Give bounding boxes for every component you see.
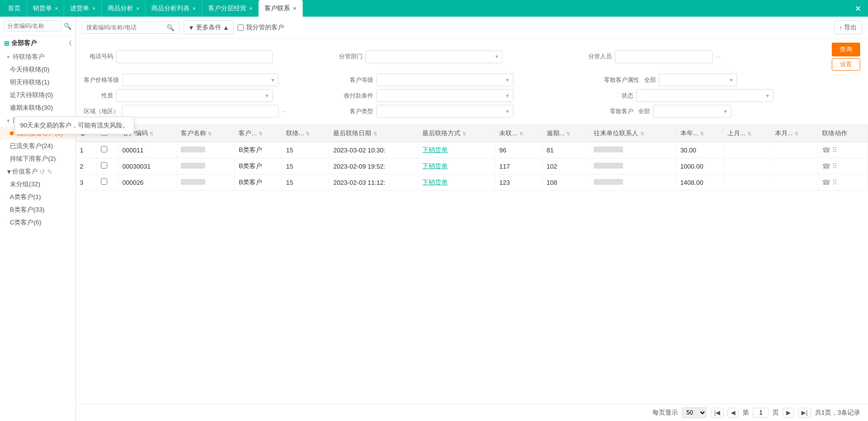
next-page-btn[interactable]: ▶ bbox=[783, 408, 794, 418]
per-page-select[interactable]: 50 100 bbox=[682, 407, 707, 418]
advanced-filter-panel: 电话号码 分管部门 ▼ 分管人员 ··· 查询 设置 bbox=[76, 39, 868, 125]
first-page-btn[interactable]: |◀ bbox=[711, 408, 723, 418]
cell-last-method[interactable]: 下销货单 bbox=[418, 174, 495, 191]
my-customers-checkbox[interactable] bbox=[238, 25, 244, 31]
filter-select-price-level[interactable]: ▼ bbox=[122, 74, 279, 86]
window-close-button[interactable]: ✕ bbox=[850, 4, 866, 13]
sidebar-item-churned[interactable]: 已流失客户(24) bbox=[0, 140, 75, 152]
sort-icon-method: ⇅ bbox=[462, 131, 466, 136]
cell-contacts bbox=[590, 158, 676, 174]
filter-select-manager[interactable] bbox=[615, 50, 713, 63]
sidebar-group-pending[interactable]: ▼ 待联络客户 bbox=[0, 50, 75, 63]
filter-select-status[interactable]: ▼ bbox=[636, 89, 773, 102]
tab-purchase-order[interactable]: 进货单 × bbox=[64, 0, 101, 17]
filter-select-payment[interactable]: ▼ bbox=[376, 89, 513, 102]
tab-sales-order[interactable]: 销货单 × bbox=[27, 0, 64, 17]
settings-button[interactable]: 设置 bbox=[832, 58, 860, 71]
tab-close-customer-contact[interactable]: × bbox=[293, 5, 296, 11]
filter-label-dept: 分管部门 bbox=[333, 52, 362, 61]
filter-label-phone: 电话号码 bbox=[84, 52, 113, 61]
tab-close-customer-segment[interactable]: × bbox=[249, 5, 252, 11]
contact-icon[interactable]: ☎ bbox=[822, 178, 830, 186]
sidebar-item-tomorrow-pending[interactable]: 明天待联络(1) bbox=[0, 76, 75, 89]
tab-customer-contact[interactable]: 客户联系 × bbox=[259, 0, 302, 17]
sort-icon-this-month: ⇅ bbox=[795, 131, 798, 136]
tab-customer-segment[interactable]: 客户分层经营 × bbox=[202, 0, 259, 17]
cell-checkbox[interactable] bbox=[96, 142, 118, 158]
more-conditions-btn[interactable]: ▼ 更多条件 ▲ bbox=[184, 21, 234, 34]
tab-bar: 首页 销货单 × 进货单 × 商品分析 × 商品分析列表 × 客户分层经营 × … bbox=[0, 0, 868, 17]
filter-select-customer-type[interactable]: ▼ bbox=[376, 105, 513, 118]
sidebar-item-class-c[interactable]: C类客户(6) bbox=[0, 216, 75, 229]
row-checkbox[interactable] bbox=[101, 162, 107, 169]
tab-close-product-analysis[interactable]: × bbox=[136, 5, 139, 11]
cell-last-method[interactable]: 下销货单 bbox=[418, 158, 495, 174]
refresh-icon[interactable]: ↺ bbox=[40, 168, 45, 175]
th-customer-level[interactable]: 客户... ⇅ bbox=[235, 125, 282, 142]
cell-checkbox[interactable] bbox=[96, 174, 118, 191]
cell-overdue: 102 bbox=[542, 158, 590, 174]
th-last-contact-method[interactable]: 最后联络方式 ⇅ bbox=[418, 125, 495, 142]
sidebar-item-declining[interactable]: 持续下滑客户(2) bbox=[0, 152, 75, 165]
main-search-input[interactable] bbox=[86, 24, 165, 31]
filter-select-region[interactable] bbox=[122, 105, 279, 118]
tab-product-analysis-list[interactable]: 商品分析列表 × bbox=[145, 0, 202, 17]
page-end-label: 页 bbox=[772, 408, 779, 417]
cell-last-month bbox=[723, 142, 771, 158]
th-name[interactable]: 客户名称 ⇅ bbox=[176, 125, 235, 142]
filter-select-gender[interactable]: ▼ bbox=[116, 89, 273, 102]
row-checkbox[interactable] bbox=[101, 146, 107, 152]
th-contacts[interactable]: 往来单位联系人 ⇅ bbox=[590, 125, 676, 142]
main-search-icon[interactable]: 🔍 bbox=[167, 24, 174, 31]
cell-name bbox=[176, 174, 235, 191]
cell-last-month bbox=[723, 158, 771, 174]
sidebar-item-class-a[interactable]: A类客户(1) bbox=[0, 191, 75, 203]
contact-icon[interactable]: ☎ bbox=[822, 162, 830, 170]
cell-this-month bbox=[771, 158, 818, 174]
tab-close-purchase-order[interactable]: × bbox=[92, 5, 95, 11]
tab-home[interactable]: 首页 bbox=[2, 0, 27, 17]
filter-select-customer-level[interactable]: ▼ bbox=[376, 74, 513, 86]
sidebar-item-today-pending[interactable]: 今天待联络(0) bbox=[0, 63, 75, 76]
all-customers-header[interactable]: ⊞ 全部客户 《 bbox=[0, 36, 75, 50]
more-action-icon[interactable]: ⠿ bbox=[832, 146, 837, 154]
grid-icon: ⊞ bbox=[4, 40, 9, 47]
th-last-month[interactable]: 上月... ⇅ bbox=[723, 125, 771, 142]
th-year-amount[interactable]: 本年... ⇅ bbox=[676, 125, 723, 142]
th-contact-count[interactable]: 联络... ⇅ bbox=[282, 125, 329, 142]
query-button[interactable]: 查询 bbox=[832, 43, 860, 56]
my-customers-checkbox-label[interactable]: 我分管的客户 bbox=[238, 23, 284, 32]
filter-select-dept[interactable]: ▼ bbox=[365, 50, 503, 63]
th-uncontacted[interactable]: 未联... ⇅ bbox=[495, 125, 543, 142]
cell-checkbox[interactable] bbox=[96, 158, 118, 174]
filter-select-zero-sale-attr[interactable]: ▼ bbox=[659, 74, 737, 86]
edit-icon[interactable]: ✎ bbox=[47, 168, 52, 175]
page-input[interactable] bbox=[753, 408, 769, 418]
filter-more-btn[interactable]: ··· bbox=[716, 53, 721, 60]
th-this-month[interactable]: 本月... ⇅ bbox=[771, 125, 818, 142]
query-settings-group: 查询 设置 bbox=[832, 43, 860, 71]
th-last-contact-date[interactable]: 最后联络日期 ⇅ bbox=[329, 125, 418, 142]
chevron-down-icon-2: ▼ bbox=[270, 77, 275, 83]
cell-name bbox=[176, 158, 235, 174]
last-page-btn[interactable]: ▶| bbox=[798, 408, 811, 418]
sidebar-search-input[interactable] bbox=[4, 21, 62, 31]
th-overdue[interactable]: 逾期... ⇅ bbox=[542, 125, 590, 142]
filter-input-phone[interactable] bbox=[116, 50, 273, 63]
prev-page-btn[interactable]: ◀ bbox=[727, 408, 739, 418]
filter-select-zero-customer[interactable]: ▼ bbox=[653, 105, 731, 118]
row-checkbox[interactable] bbox=[101, 178, 107, 185]
contact-icon[interactable]: ☎ bbox=[822, 146, 830, 154]
more-action-icon[interactable]: ⠿ bbox=[832, 178, 837, 186]
export-btn[interactable]: ↑ 导出 bbox=[834, 21, 863, 34]
more-action-icon[interactable]: ⠿ bbox=[832, 162, 837, 170]
tab-product-analysis[interactable]: 商品分析 × bbox=[102, 0, 145, 17]
sidebar-item-class-b[interactable]: B类客户(33) bbox=[0, 203, 75, 216]
sidebar-item-7days-pending[interactable]: 近7天待联络(0) bbox=[0, 89, 75, 101]
filter-region-more-btn[interactable]: ··· bbox=[282, 108, 287, 115]
tab-close-sales-order[interactable]: × bbox=[55, 5, 58, 11]
sidebar-item-ungrouped[interactable]: 未分组(32) bbox=[0, 178, 75, 191]
sidebar-item-overdue-pending[interactable]: 逾期未联络(30) bbox=[0, 101, 75, 114]
cell-last-method[interactable]: 下销货单 bbox=[418, 142, 495, 158]
tab-close-product-analysis-list[interactable]: × bbox=[193, 5, 195, 11]
